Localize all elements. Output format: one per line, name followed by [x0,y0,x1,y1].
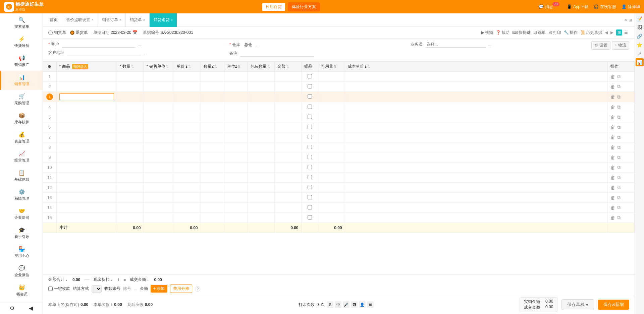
sidebar-item-basic[interactable]: 📋 基础信息 [0,166,43,185]
account-ellipsis-btn[interactable]: ... [134,287,137,291]
gift-cell-3[interactable] [301,92,318,102]
unit2-sort-icon[interactable]: ⇅ [238,65,240,68]
pack-qty-cell-3[interactable] [248,92,274,102]
sidebar-item-operation[interactable]: 📈 经营管理 [0,147,43,166]
sales-unit-cell-1[interactable] [144,72,174,82]
copy-row-6-btn[interactable]: ⧉ [617,124,621,130]
sidebar-collapse-icon[interactable]: ◀ [29,305,33,311]
setup-btn[interactable]: ⚙ 设置 [591,41,610,50]
delete-row-10-btn[interactable]: 🗑 [610,165,615,170]
owe-info-icon[interactable]: ℹ [111,302,113,307]
message-btn[interactable]: 💬 消息 70 [539,4,561,10]
notes-input[interactable] [240,50,314,57]
unit-price-cell-1[interactable] [174,72,201,82]
amount-sort-icon[interactable]: ⇅ [286,65,289,68]
online-service-btn[interactable]: 🎧 在线客服 [594,4,616,10]
right-panel-note-btn[interactable]: 📝 [636,15,644,23]
sidebar-item-finance[interactable]: 💰 资金管理 [0,128,43,147]
user-profile-btn[interactable]: 👤 徐泽华 [622,4,640,10]
delete-row-1-btn[interactable]: 🗑 [610,74,615,79]
col-settings-header[interactable]: ⚙ [43,62,56,72]
delete-row-2-btn[interactable]: 🗑 [610,84,615,89]
pack-qty-cell-2[interactable] [248,82,274,92]
address-select-btn[interactable]: ... [144,51,147,55]
quantity2-sort-icon[interactable]: ⇅ [214,65,217,68]
amount-cell-3[interactable] [274,92,301,102]
delete-row-3-btn[interactable]: 🗑 [610,94,615,100]
pack-qty-cell-1[interactable] [248,72,274,82]
right-panel-image-btn[interactable]: 🖼 [636,23,644,32]
close-sale-price-settings-btn[interactable]: × [92,18,94,22]
tab-sales-order[interactable]: 销售订单 × [98,13,126,27]
quantity-sort-icon[interactable]: ⇅ [131,65,134,68]
list-view-btn[interactable]: ☰ [623,29,629,36]
gift-cell-2[interactable] [301,82,318,92]
sidebar-item-sales[interactable]: 📊 销售管理 [0,71,43,90]
product-cell-2[interactable] [56,82,117,92]
unit-price-sort-icon[interactable]: ⇅ [188,65,191,68]
delete-row-9-btn[interactable]: 🗑 [610,154,615,160]
sales-unit-sort-icon[interactable]: ⇅ [166,65,169,68]
sales-unit-cell-2[interactable] [144,82,174,92]
delete-row-12-btn[interactable]: 🗑 [610,185,615,190]
copy-row-12-btn[interactable]: ⧉ [617,185,621,190]
sidebar-item-appstore[interactable]: 🏪 应用中心 [0,243,43,262]
delete-row-8-btn[interactable]: 🗑 [610,144,615,150]
ime-zh-icon[interactable]: 中 [335,301,341,308]
product-cell-1[interactable] [56,72,117,82]
delete-row-5-btn[interactable]: 🗑 [610,114,615,120]
tab-sales-delivery[interactable]: 销货单 × [126,13,150,27]
print-action-btn[interactable]: 🖨 打印 [548,30,561,36]
sidebar-item-inventory[interactable]: 📦 库存核算 [0,109,43,128]
copy-row-11-btn[interactable]: ⧉ [617,175,621,180]
shortcut-action-btn[interactable]: ⌨ 快捷键 [512,30,531,36]
cost-price-cell-2[interactable] [345,82,608,92]
help-circle-icon[interactable]: ℹ [118,277,119,282]
select-action-btn[interactable]: ☑ 选单 [533,30,546,36]
sidebar-item-shortcut[interactable]: ⚡ 快捷导航 [0,33,43,52]
ime-mic-icon[interactable]: 🎤 [343,301,350,308]
tab-expand-btn[interactable]: ⊞ [629,18,632,22]
tab-close-all-btn[interactable]: × [624,17,627,23]
amount-cell-2[interactable] [274,82,301,92]
amount-cell-1[interactable] [274,72,301,82]
pack-qty-sort-icon[interactable]: ⇅ [267,65,270,68]
salesperson-input[interactable] [425,41,486,48]
radio-return[interactable]: 退货单 [70,30,88,36]
copy-row-10-btn[interactable]: ⧉ [617,165,621,170]
close-sales-return-btn[interactable]: × [171,18,173,22]
copy-row-1-btn[interactable]: ⧉ [617,74,621,79]
sidebar-item-member[interactable]: 👑 畅会员 [0,281,43,300]
right-panel-link-btn[interactable]: 🔗 [636,32,644,40]
help-action-btn[interactable]: ❓ 帮助 [496,30,509,36]
tab-home[interactable]: 首页 [46,13,62,27]
logistics-btn[interactable]: + 物流 [612,41,629,50]
sidebar-item-search[interactable]: 🔍 搜索菜单 [0,13,43,33]
copy-row-14-btn[interactable]: ⧉ [617,205,621,210]
help-icon[interactable]: ? [195,286,200,292]
delete-row-13-btn[interactable]: 🗑 [610,195,615,200]
scan-badge[interactable]: 扫码录入 [72,64,88,69]
right-panel-active-btn[interactable]: 📊 [636,58,644,66]
app-download-btn[interactable]: 📱 App下载 [567,4,588,10]
operate-action-btn[interactable]: 🔧 操作 [564,30,578,36]
save-new-btn[interactable]: 保存&新增 [598,300,629,310]
available-cell-2[interactable] [318,82,345,92]
copy-row-5-btn[interactable]: ⧉ [617,114,621,120]
sidebar-item-system[interactable]: ⚙️ 系统管理 [0,185,43,204]
radio-sales[interactable]: 销货单 [48,30,66,36]
delete-row-6-btn[interactable]: 🗑 [610,124,615,130]
copy-row-9-btn[interactable]: ⧉ [617,154,621,160]
prev-record-btn[interactable]: ◀ [605,30,608,35]
salesperson-select-btn[interactable]: ... [488,42,492,47]
one-click-payment-checkbox[interactable]: 一键收款 [48,286,70,292]
sidebar-item-marketing[interactable]: 📢 营销推广 [0,52,43,71]
copy-row-8-btn[interactable]: ⧉ [617,144,621,150]
delete-row-14-btn[interactable]: 🗑 [610,205,615,210]
calendar-icon[interactable]: 📅 [132,30,138,35]
quantity-cell-2[interactable] [117,82,144,92]
right-panel-star-btn[interactable]: ⭐ [636,41,644,49]
experience-btn[interactable]: 体验行业方案 [288,2,320,11]
available-cell-3[interactable] [318,92,345,102]
sales-unit-cell-3[interactable] [144,92,174,102]
